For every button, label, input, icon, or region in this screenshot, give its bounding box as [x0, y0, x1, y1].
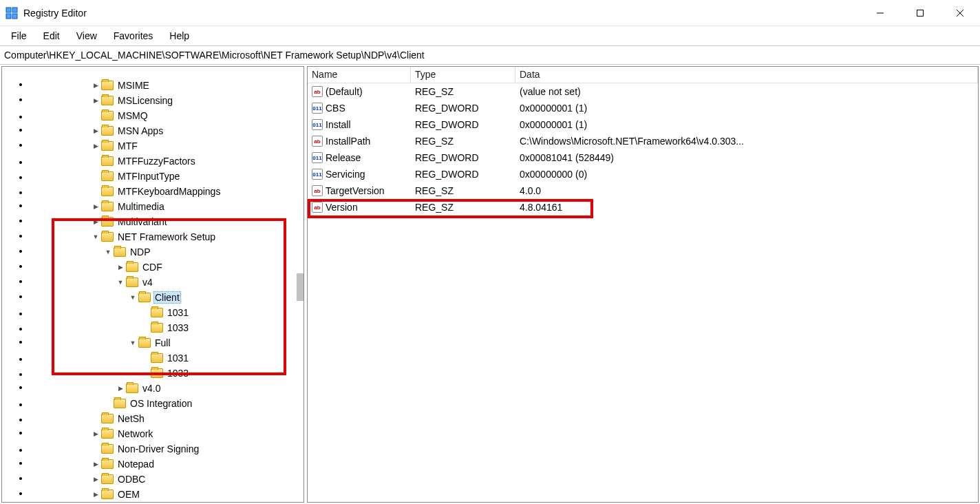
tree-node[interactable]: ▶Notepad — [30, 456, 303, 472]
list-row[interactable]: 011ReleaseREG_DWORD0x00081041 (528449) — [308, 149, 978, 166]
tree-node-label: Multimedia — [116, 201, 166, 212]
chevron-right-icon[interactable]: ▶ — [116, 384, 125, 392]
tree-node[interactable]: ▼NDP — [30, 244, 303, 260]
tree-node[interactable]: ▶MSLicensing — [30, 93, 303, 108]
chevron-down-icon[interactable]: ▼ — [129, 339, 137, 347]
tree-node[interactable]: ▶MSIME — [30, 78, 303, 93]
tree-node[interactable]: NetSh — [30, 411, 303, 426]
tree-node[interactable]: ▶v4.0 — [30, 381, 303, 396]
blank-caret — [141, 354, 149, 362]
tree-node[interactable]: ▶ODBC — [30, 472, 303, 487]
cell-name: 011Servicing — [308, 169, 411, 180]
maximize-button[interactable] — [900, 0, 940, 26]
chevron-down-icon[interactable]: ▼ — [104, 248, 112, 256]
menu-view[interactable]: View — [68, 29, 105, 43]
col-header-data[interactable]: Data — [515, 67, 978, 83]
menu-edit[interactable]: Edit — [35, 29, 68, 43]
tree-node[interactable]: 1033 — [30, 320, 303, 335]
tree-node[interactable]: ▶CDF — [30, 260, 303, 275]
list-row[interactable]: abVersionREG_SZ4.8.04161 — [308, 199, 978, 216]
col-header-type[interactable]: Type — [411, 67, 515, 83]
tree-node-label: MSLicensing — [116, 95, 174, 106]
cell-data: 0x00000000 (0) — [515, 169, 978, 180]
dword-value-icon: 011 — [312, 119, 323, 130]
values-pane[interactable]: Name Type Data ab(Default)REG_SZ(value n… — [307, 66, 979, 503]
cell-data: 0x00000001 (1) — [515, 103, 978, 114]
menu-file[interactable]: File — [3, 29, 35, 43]
tree-node-label: CDF — [141, 262, 164, 273]
tree-pane[interactable]: ▶MSIME▶MSLicensingMSMQ▶MSN Apps▶MTFMTFFu… — [1, 66, 304, 503]
minimize-button[interactable] — [860, 0, 900, 26]
chevron-right-icon[interactable]: ▶ — [92, 96, 100, 105]
tree-node[interactable]: ▼v4 — [30, 275, 303, 290]
chevron-right-icon[interactable]: ▶ — [92, 218, 100, 226]
tree-node[interactable]: OS Integration — [30, 396, 303, 411]
tree-node[interactable]: MTFKeyboardMappings — [30, 184, 303, 199]
chevron-right-icon[interactable]: ▶ — [116, 263, 125, 271]
tree-node[interactable]: Non-Driver Signing — [30, 441, 303, 456]
chevron-right-icon[interactable]: ▶ — [92, 460, 100, 468]
folder-icon — [114, 247, 126, 257]
tree-node[interactable]: MTFInputType — [30, 169, 303, 184]
chevron-right-icon[interactable]: ▶ — [92, 490, 100, 498]
tree-node[interactable]: ▶Office — [30, 502, 303, 503]
tree-node[interactable]: ▶Network — [30, 426, 303, 441]
list-row[interactable]: abInstallPathREG_SZC:\Windows\Microsoft.… — [308, 133, 978, 149]
chevron-right-icon[interactable]: ▶ — [92, 430, 100, 438]
tree-node[interactable]: ▼NET Framework Setup — [30, 229, 303, 244]
content-area: ▶MSIME▶MSLicensingMSMQ▶MSN Apps▶MTFMTFFu… — [0, 65, 980, 504]
value-name: Release — [326, 152, 361, 163]
chevron-down-icon[interactable]: ▼ — [92, 233, 100, 241]
folder-icon — [101, 96, 114, 105]
svg-rect-1 — [12, 8, 17, 12]
list-row[interactable]: 011ServicingREG_DWORD0x00000000 (0) — [308, 166, 978, 182]
chevron-down-icon[interactable]: ▼ — [129, 293, 137, 302]
folder-icon — [151, 353, 163, 363]
folder-icon — [101, 490, 114, 499]
chevron-right-icon[interactable]: ▶ — [92, 142, 100, 150]
list-row[interactable]: 011InstallREG_DWORD0x00000001 (1) — [308, 116, 978, 133]
tree-node[interactable]: ▶Multivariant — [30, 214, 303, 229]
tree-node[interactable]: ▶MSN Apps — [30, 123, 303, 138]
tree-node-label: Multivariant — [116, 216, 169, 227]
folder-icon — [101, 126, 114, 136]
col-header-name[interactable]: Name — [308, 67, 411, 83]
tree-node[interactable]: ▶Multimedia — [30, 199, 303, 214]
tree-node-label: NetSh — [116, 413, 146, 424]
chevron-right-icon[interactable]: ▶ — [92, 127, 100, 135]
tree-node[interactable]: ▼Full — [30, 335, 303, 350]
tree-node-label: Non-Driver Signing — [116, 443, 200, 454]
chevron-down-icon[interactable]: ▼ — [116, 278, 125, 286]
blank-caret — [92, 187, 100, 196]
tree-node-label: OS Integration — [129, 398, 193, 409]
chevron-right-icon[interactable]: ▶ — [92, 81, 100, 90]
tree-node-label: MSIME — [116, 80, 151, 91]
list-row[interactable]: ab(Default)REG_SZ(value not set) — [308, 83, 978, 100]
tree-node[interactable]: 1031 — [30, 305, 303, 320]
tree-node-label: 1031 — [166, 307, 190, 318]
value-name: Version — [326, 202, 358, 213]
list-row[interactable]: 011CBSREG_DWORD0x00000001 (1) — [308, 100, 978, 116]
folder-icon — [126, 384, 138, 393]
menu-help[interactable]: Help — [161, 29, 198, 43]
scrollbar-thumb[interactable] — [297, 273, 303, 301]
chevron-right-icon[interactable]: ▶ — [92, 475, 100, 483]
address-bar[interactable]: Computer\HKEY_LOCAL_MACHINE\SOFTWARE\Mic… — [0, 45, 980, 65]
cell-type: REG_DWORD — [411, 169, 515, 180]
tree-node[interactable]: ▼Client — [30, 290, 303, 305]
menu-favorites[interactable]: Favorites — [105, 29, 162, 43]
tree-node[interactable]: ▶MTF — [30, 138, 303, 154]
tree-node[interactable]: 1033 — [30, 366, 303, 381]
registry-tree: ▶MSIME▶MSLicensingMSMQ▶MSN Apps▶MTFMTFFu… — [2, 78, 303, 503]
tree-node[interactable]: MSMQ — [30, 108, 303, 123]
tree-node-label: Client — [153, 291, 181, 304]
folder-icon — [151, 308, 163, 317]
string-value-icon: ab — [312, 202, 323, 213]
tree-node[interactable]: MTFFuzzyFactors — [30, 154, 303, 169]
tree-node[interactable]: 1031 — [30, 350, 303, 366]
close-button[interactable] — [940, 0, 980, 26]
tree-node[interactable]: ▶OEM — [30, 487, 303, 502]
chevron-right-icon[interactable]: ▶ — [92, 202, 100, 211]
list-row[interactable]: abTargetVersionREG_SZ4.0.0 — [308, 182, 978, 199]
cell-type: REG_SZ — [411, 202, 515, 213]
